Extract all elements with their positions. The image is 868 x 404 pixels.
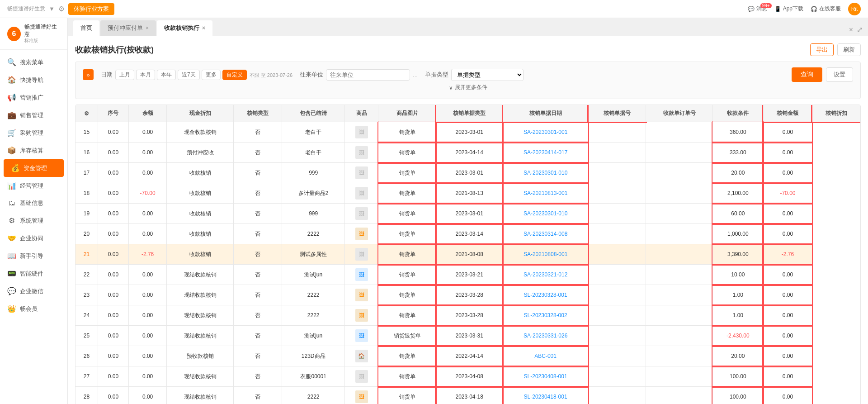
sidebar-item-marketing[interactable]: 📢营销推广	[0, 89, 67, 106]
date-btn-更多[interactable]: 更多	[202, 70, 221, 80]
bill-no-link[interactable]: SA-20230301-010	[524, 170, 567, 176]
col-header-collectOrderNo: 收款单订单号	[646, 105, 712, 122]
tab-close-prepay[interactable]: ×	[146, 25, 149, 31]
sidebar-item-operations[interactable]: 📊经营管理	[0, 177, 67, 195]
sidebar-item-inventory[interactable]: 📦库存核算	[0, 142, 67, 159]
table-row: 200.000.00收款核销否2222🖼销货单2023-03-14SA-2023…	[75, 224, 860, 244]
online-support-item[interactable]: 🎧 在线客服	[811, 5, 841, 13]
cell-cash-discount: 0.00	[128, 366, 167, 387]
tab-home[interactable]: 首页	[73, 20, 99, 36]
sidebar-item-sales[interactable]: 💼销售管理	[0, 106, 67, 124]
cell-collect-condition	[646, 305, 712, 326]
cell-no: 28	[75, 387, 98, 404]
cell-included: 否	[233, 387, 282, 404]
row-number: 20	[84, 231, 90, 237]
sidebar-item-enterprise[interactable]: 🤝企业协同	[0, 229, 67, 247]
cell-verify-bill-no: SA-20230301-010	[503, 163, 588, 183]
date-btn-近7天[interactable]: 近7天	[178, 70, 200, 80]
cell-verify-bill-no: SA-20210813-001	[503, 183, 588, 204]
bill-no-link[interactable]: SL-20230328-002	[524, 312, 567, 318]
cell-included: 否	[233, 183, 282, 204]
billtype-select[interactable]: 单据类型	[451, 69, 524, 81]
notification-item[interactable]: 💬 消息 99+	[748, 5, 767, 13]
bill-no-link[interactable]: SA-20230314-008	[524, 231, 567, 237]
bill-no-link[interactable]: SA-20230301-010	[524, 210, 567, 217]
cell-cash-discount: 0.00	[128, 122, 167, 143]
cell-no: 22	[75, 265, 98, 285]
gear-settings-icon[interactable]: ⚙	[84, 110, 89, 117]
row-number: 16	[84, 149, 90, 156]
date-btn-上月[interactable]: 上月	[115, 70, 134, 80]
cell-verify-type: 现结收款核销	[167, 305, 233, 326]
search-icon: 🔍	[7, 58, 16, 67]
sidebar-item-quicknav[interactable]: 🏠快捷导航	[0, 71, 67, 89]
gear-icon[interactable]: ⚙	[58, 5, 65, 13]
cell-verify-discount: 0.00	[763, 143, 812, 163]
bill-no-link[interactable]: SA-20230331-026	[524, 333, 567, 339]
industry-btn[interactable]: 休验行业方案	[68, 3, 114, 15]
sidebar-item-search[interactable]: 🔍搜索菜单	[0, 53, 67, 71]
expand-tab-icon[interactable]: ⤢	[857, 25, 863, 34]
sidebar-item-funds[interactable]: 💰资金管理	[4, 159, 64, 177]
app-title: 畅捷通谱好生意	[7, 5, 45, 13]
bill-no-link[interactable]: ABC-001	[534, 353, 557, 359]
sidebar: 6 畅捷通谱好生意 标准版 🔍搜索菜单🏠快捷导航📢营销推广💼销售管理🛒采购管理📦…	[0, 18, 68, 404]
sidebar-item-purchase[interactable]: 🛒采购管理	[0, 124, 67, 142]
col-gear[interactable]: ⚙	[75, 105, 98, 122]
bill-no-link[interactable]: SA-20210808-001	[524, 251, 567, 257]
col-header-balance: 余额	[128, 105, 167, 122]
sidebar-item-wechat[interactable]: 💬企业微信	[0, 282, 67, 300]
bill-no-link[interactable]: SA-20230301-001	[524, 129, 567, 135]
cell-verify-bill-type: 销货单	[378, 122, 436, 143]
bill-no-link[interactable]: SL-20230408-001	[524, 373, 567, 380]
table-row: 190.000.00收款核销否999🖼销货单2023-03-01SA-20230…	[75, 204, 860, 224]
cell-collect-order-no	[588, 366, 646, 387]
settings-button[interactable]: 设置	[826, 67, 853, 82]
sidebar-item-system[interactable]: ⚙系统管理	[0, 212, 67, 229]
tab-collection[interactable]: 收款核销执行×	[157, 20, 212, 36]
cell-verify-discount: 0.00	[763, 265, 812, 285]
bill-no-link[interactable]: SA-20210813-001	[524, 190, 567, 196]
logo-text-block: 畅捷通谱好生意 标准版	[24, 24, 60, 44]
cell-goods-img: 🖼	[344, 143, 378, 163]
date-btn-本年[interactable]: 本年	[157, 70, 176, 80]
cell-verify-type: 现结收款核销	[167, 387, 233, 404]
sidebar-item-guide[interactable]: 📖新手引导	[0, 247, 67, 265]
date-btn-custom[interactable]: 自定义	[222, 70, 247, 80]
expand-more[interactable]: ∨ 展开更多条件	[83, 82, 853, 93]
cell-verify-bill-date: 2023-03-01	[436, 204, 502, 224]
cell-goods: 多计量商品2	[282, 183, 345, 204]
app-download-item[interactable]: 📱 App下载	[774, 5, 803, 13]
filter-billtype-item: 单据类型 单据类型	[425, 69, 524, 81]
tab-prepay[interactable]: 预付冲应付单×	[100, 20, 156, 36]
cell-goods: 2222	[282, 224, 345, 244]
date-btn-本月[interactable]: 本月	[136, 70, 155, 80]
notification-icon: 💬	[748, 6, 755, 12]
cell-goods-img: 🖼	[344, 285, 378, 305]
refresh-button[interactable]: 刷新	[837, 43, 861, 56]
sidebar-item-basics[interactable]: 🗂基础信息	[0, 195, 67, 212]
bill-no-link[interactable]: SL-20230328-001	[524, 292, 567, 298]
export-button[interactable]: 导出	[810, 43, 834, 56]
sidebar-item-hardware[interactable]: 📟智能硬件	[0, 265, 67, 282]
bill-no-link[interactable]: SA-20230414-017	[524, 149, 567, 156]
bill-no-link[interactable]: SL-20230418-001	[524, 394, 567, 400]
sidebar-item-member[interactable]: 👑畅会员	[0, 300, 67, 318]
cell-no: 16	[75, 143, 98, 163]
cell-verify-discount: 0.00	[763, 326, 812, 346]
dropdown-icon[interactable]: ▼	[49, 5, 55, 12]
unit-input[interactable]	[326, 69, 410, 81]
bill-no-link[interactable]: SA-20230321-012	[524, 271, 567, 278]
cell-balance: 0.00	[98, 387, 128, 404]
table-body: 150.000.00现金收款核销否老白干🖼销货单2023-03-01SA-202…	[75, 122, 860, 404]
tab-close-collection[interactable]: ×	[202, 25, 205, 31]
filter-expand-arrow[interactable]: »	[83, 69, 94, 80]
col-header-goodsImg: 商品图片	[378, 105, 436, 122]
tab-label-collection: 收款核销执行	[164, 24, 199, 32]
query-button[interactable]: 查询	[792, 67, 822, 82]
col-header-collectCondition: 收款条件	[712, 105, 763, 122]
user-avatar[interactable]: Rit	[848, 3, 861, 15]
close-tab-icon[interactable]: ×	[849, 26, 853, 34]
cell-balance: 0.00	[98, 346, 128, 366]
cell-verify-bill-no: SA-20230414-017	[503, 143, 588, 163]
